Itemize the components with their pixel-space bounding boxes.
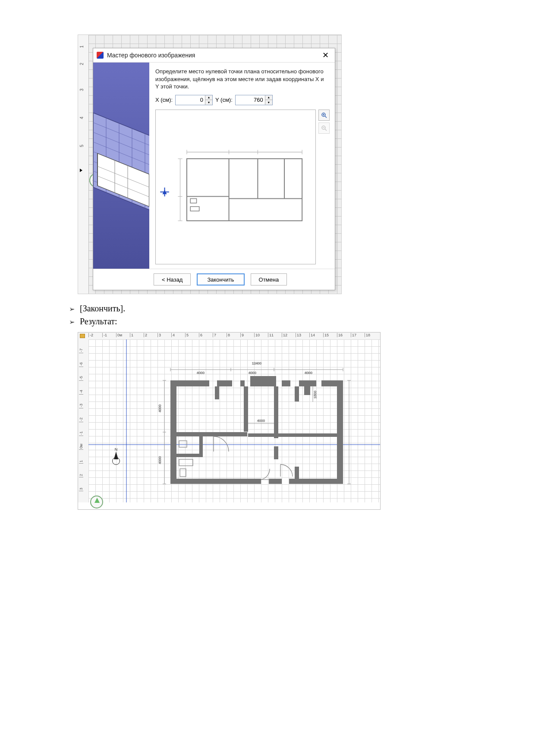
ruler-tick: 7 [213,333,227,337]
finish-button[interactable]: Закончить [197,273,244,285]
ruler-tick: -4 [79,381,83,395]
svg-rect-64 [170,380,176,484]
svg-rect-65 [337,380,343,484]
svg-rect-66 [170,479,261,484]
svg-rect-67 [269,479,282,484]
ruler-tick: 18 [365,333,378,337]
ruler-tick: 2 [79,464,83,477]
app-icon [97,52,104,59]
ruler-tick: 4 [79,116,84,119]
svg-rect-63 [304,386,310,395]
bullet-arrow-icon: ➢ [69,304,75,314]
ruler-tick: 11 [268,333,282,337]
svg-text:4000: 4000 [158,456,162,464]
svg-rect-81 [179,459,193,466]
ruler-horizontal: -2-10м123456789101112131415161718 [88,333,380,340]
dialog-titlebar: Мастер фонового изображения ✕ [93,48,335,63]
svg-line-39 [325,116,327,118]
ruler-vertical: 1 2 3 4 5 [78,35,89,294]
ruler-tick: 9 [240,333,254,337]
svg-rect-77 [278,433,343,437]
nav-arrow-icon[interactable] [90,496,103,508]
screenshot-dialog: 1 2 3 4 5 Мастер фонового изображения ✕ [78,35,342,294]
step-list: ➢ [Закончить]. ➢ Результат: [69,302,509,328]
svg-rect-70 [244,386,248,432]
ruler-vertical: -7-6-5-4-3-2-10м123 [78,339,89,502]
ruler-tick: -2 [79,408,83,422]
svg-rect-74 [295,467,299,480]
svg-rect-82 [180,469,186,477]
svg-text:12400: 12400 [252,361,262,365]
ruler-tick: 2 [144,333,157,337]
y-label: Y (см): [215,97,233,103]
ruler-tick: 12 [282,333,296,337]
svg-rect-78 [176,454,202,457]
preview-canvas[interactable] [155,110,316,264]
svg-rect-76 [248,433,278,437]
ruler-tick: 1 [79,450,83,464]
svg-text:4000: 4000 [249,371,256,375]
svg-rect-61 [299,380,316,386]
compass-label: N [112,447,120,452]
ruler-tick: 1 [130,333,144,337]
ruler-tick: 16 [337,333,351,337]
dialog-side-graphic [93,63,149,269]
ruler-tick: -1 [102,333,116,337]
svg-text:4000: 4000 [257,419,265,423]
svg-line-43 [325,129,327,131]
ruler-tick: 15 [323,333,337,337]
y-spinner[interactable]: ▲ ▼ [235,95,273,105]
ruler-tick: -5 [79,367,83,381]
ruler-tick: -1 [79,422,83,436]
ruler-tick: 4 [171,333,185,337]
step-text: Результат: [80,315,117,328]
svg-rect-69 [215,386,219,399]
dialog-title: Мастер фонового изображения [107,52,320,59]
svg-text:4000: 4000 [158,405,162,412]
compass-icon: N [112,447,120,465]
ruler-tick: 3 [79,477,83,491]
ruler-tick: 1 [79,45,84,48]
close-icon[interactable]: ✕ [320,50,331,60]
svg-rect-80 [179,441,187,447]
x-label: X (см): [155,97,173,103]
x-spinner[interactable]: ▲ ▼ [175,95,213,105]
svg-rect-72 [274,446,278,459]
spin-up-icon[interactable]: ▲ [265,95,272,100]
svg-text:4000: 4000 [305,371,312,375]
ruler-tick: 6 [199,333,213,337]
ruler-tick: -2 [88,333,102,337]
wizard-dialog: Мастер фонового изображения ✕ [93,48,335,290]
result-canvas[interactable]: 12400 4000 4000 4000 [88,339,380,502]
ruler-tick: 14 [309,333,323,337]
x-input[interactable] [176,95,205,105]
zoom-in-button[interactable] [318,110,330,121]
svg-rect-59 [250,376,276,386]
y-input[interactable] [236,95,265,105]
svg-rect-73 [295,386,299,402]
ruler-tick: 3 [157,333,171,337]
cancel-button[interactable]: Отмена [251,273,287,285]
zoom-out-button[interactable] [318,122,330,134]
svg-rect-79 [199,436,203,457]
svg-rect-71 [274,386,278,438]
bullet-arrow-icon: ➢ [69,317,75,327]
svg-text:1500: 1500 [313,391,317,398]
ruler-tick: 5 [185,333,199,337]
ruler-tick: 0м [79,436,83,450]
spin-down-icon[interactable]: ▼ [265,100,272,105]
ruler-tick: 17 [351,333,365,337]
ruler-corner-icon [78,333,89,340]
svg-rect-57 [217,380,232,386]
step-text: [Закончить]. [80,302,125,315]
dialog-button-row: < Назад Закончить Отмена [93,269,335,290]
svg-rect-75 [176,432,247,436]
ruler-tick: -3 [79,395,83,408]
ruler-tick: 8 [227,333,240,337]
spin-up-icon[interactable]: ▲ [205,95,212,100]
svg-rect-58 [240,380,245,386]
back-button[interactable]: < Назад [154,273,191,285]
ruler-tick: 3 [79,88,84,91]
ruler-tick: 0м [116,333,130,337]
spin-down-icon[interactable]: ▼ [205,100,212,105]
